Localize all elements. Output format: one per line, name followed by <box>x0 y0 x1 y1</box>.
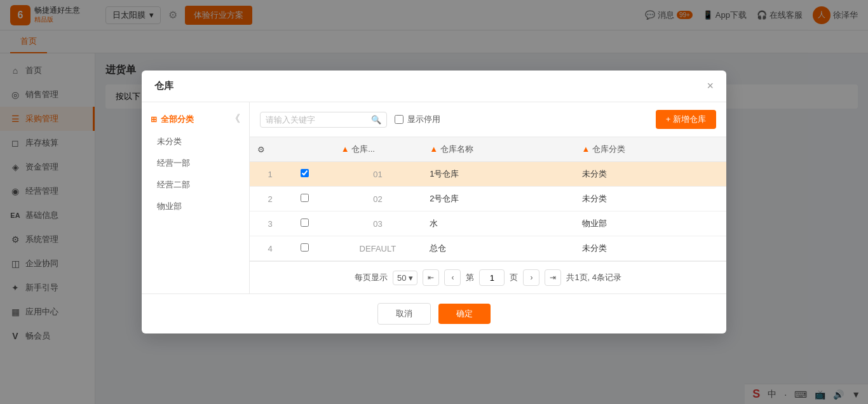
per-page-label: 每页显示 <box>355 272 388 283</box>
page-unit: 页 <box>510 272 518 283</box>
show-disabled-checkbox[interactable] <box>395 115 403 124</box>
th-category: ▲ 仓库分类 <box>574 137 726 162</box>
cat-item-ops2[interactable]: 经营二部 <box>142 174 249 196</box>
show-disabled-label: 显示停用 <box>407 114 440 125</box>
row-num: 4 <box>268 244 273 253</box>
row-num: 2 <box>268 194 273 204</box>
modal-toolbar: 🔍 显示停用 + 新增仓库 <box>250 102 726 137</box>
row-id: 02 <box>334 187 422 212</box>
row-category: 未分类 <box>574 162 726 187</box>
cat-item-property[interactable]: 物业部 <box>142 196 249 217</box>
row-num: 3 <box>268 219 273 229</box>
row-num: 1 <box>268 170 273 179</box>
row-category: 物业部 <box>574 212 726 236</box>
row-category: 未分类 <box>574 236 726 261</box>
table-header-row: ⚙ ▲ 仓库... ▲ 仓库名称 ▲ 仓库分类 <box>250 137 726 162</box>
row-name: 总仓 <box>422 236 574 261</box>
category-sidebar: ⊞ 全部分类 《 未分类 经营一部 经营二部 物业部 <box>142 102 250 293</box>
search-box: 🔍 <box>260 112 387 128</box>
total-info: 共1页, 4条记录 <box>566 272 621 283</box>
show-disabled: 显示停用 <box>395 114 440 125</box>
th-settings: ⚙ <box>250 137 293 162</box>
per-page-select[interactable]: 50 ▾ <box>393 271 417 285</box>
modal-body: ⊞ 全部分类 《 未分类 经营一部 经营二部 物业部 🔍 <box>142 102 726 293</box>
cat-item-ops1[interactable]: 经营一部 <box>142 152 249 174</box>
cat-header: ⊞ 全部分类 《 <box>142 107 249 131</box>
table-body: 1 01 1号仓库 未分类 2 02 2号仓库 未分类 3 03 水 物业部 4… <box>250 162 726 261</box>
row-checkbox-cell <box>293 187 333 212</box>
warehouse-modal: 仓库 × ⊞ 全部分类 《 未分类 经营一部 经营二部 物业部 <box>142 71 726 333</box>
sort-icon-name: ▲ <box>430 144 438 154</box>
first-page-button[interactable]: ⇤ <box>423 269 439 286</box>
next-page-button[interactable]: › <box>523 269 539 286</box>
chevron-icon: ▾ <box>409 273 413 283</box>
modal-main-content: 🔍 显示停用 + 新增仓库 ⚙ <box>250 102 726 293</box>
row-id: 01 <box>334 162 422 187</box>
row-checkbox[interactable] <box>301 169 309 177</box>
table-row[interactable]: 3 03 水 物业部 <box>250 212 726 236</box>
table-row[interactable]: 2 02 2号仓库 未分类 <box>250 187 726 212</box>
prev-page-button[interactable]: ‹ <box>444 269 461 286</box>
row-name: 2号仓库 <box>422 187 574 212</box>
warehouse-table: ⚙ ▲ 仓库... ▲ 仓库名称 ▲ 仓库分类 <box>250 137 726 261</box>
sort-icon: ▲ <box>341 144 349 154</box>
row-settings[interactable]: 4 <box>250 236 293 261</box>
row-id: 03 <box>334 212 422 236</box>
close-icon[interactable]: × <box>707 79 714 93</box>
page-number-input[interactable] <box>479 269 505 286</box>
row-name: 水 <box>422 212 574 236</box>
modal-title: 仓库 <box>154 80 173 92</box>
all-categories-label: 全部分类 <box>161 114 194 125</box>
row-id: DEFAULT <box>334 236 422 261</box>
confirm-button[interactable]: 确定 <box>438 304 491 324</box>
search-input[interactable] <box>266 115 367 125</box>
page-label: 第 <box>466 272 474 283</box>
sort-icon-cat: ▲ <box>582 144 590 154</box>
pagination: 每页显示 50 ▾ ⇤ ‹ 第 页 › ⇥ 共1页, 4条记录 <box>250 261 726 293</box>
data-table: ⚙ ▲ 仓库... ▲ 仓库名称 ▲ 仓库分类 <box>250 137 726 261</box>
modal-overlay: 仓库 × ⊞ 全部分类 《 未分类 经营一部 经营二部 物业部 <box>0 0 868 404</box>
row-checkbox-cell <box>293 212 333 236</box>
row-checkbox-cell <box>293 162 333 187</box>
row-settings[interactable]: 2 <box>250 187 293 212</box>
collapse-icon[interactable]: 《 <box>230 112 240 126</box>
cat-item-unclassified[interactable]: 未分类 <box>142 131 249 152</box>
table-row[interactable]: 1 01 1号仓库 未分类 <box>250 162 726 187</box>
per-page-value: 50 <box>397 273 406 283</box>
row-settings[interactable]: 1 <box>250 162 293 187</box>
cancel-button[interactable]: 取消 <box>377 303 431 325</box>
row-checkbox[interactable] <box>301 219 309 227</box>
all-categories[interactable]: ⊞ 全部分类 <box>151 114 194 125</box>
row-category: 未分类 <box>574 187 726 212</box>
table-row[interactable]: 4 DEFAULT 总仓 未分类 <box>250 236 726 261</box>
row-settings[interactable]: 3 <box>250 212 293 236</box>
row-checkbox-cell <box>293 236 333 261</box>
search-icon[interactable]: 🔍 <box>371 115 381 125</box>
add-warehouse-button[interactable]: + 新增仓库 <box>656 110 716 129</box>
modal-header: 仓库 × <box>142 71 726 102</box>
th-warehouse-id: ▲ 仓库... <box>334 137 422 162</box>
th-warehouse-name: ▲ 仓库名称 <box>422 137 574 162</box>
th-checkbox <box>293 137 333 162</box>
row-name: 1号仓库 <box>422 162 574 187</box>
grid-icon: ⊞ <box>151 115 157 124</box>
last-page-button[interactable]: ⇥ <box>545 269 561 286</box>
row-checkbox[interactable] <box>301 243 309 252</box>
modal-footer: 取消 确定 <box>142 293 726 333</box>
row-checkbox[interactable] <box>301 194 309 202</box>
